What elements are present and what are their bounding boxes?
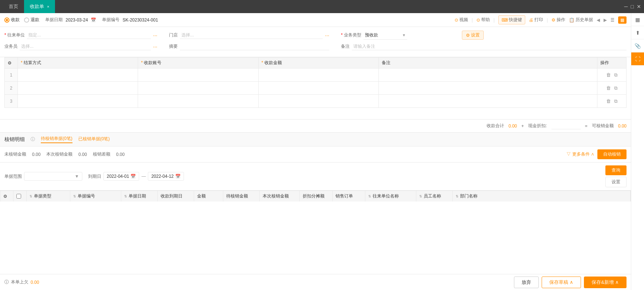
remarks-input-2[interactable] — [379, 82, 597, 94]
more-conditions-btn[interactable]: ▽ 更多条件 ∧ — [566, 151, 594, 157]
amount-input-3[interactable] — [259, 95, 378, 107]
settle-method-cell-3[interactable] — [18, 95, 138, 108]
summary-input[interactable] — [180, 43, 329, 50]
verify-settings-button[interactable]: 设置 — [605, 177, 627, 187]
save-new-button[interactable]: 保存&新增 ∧ — [584, 277, 627, 288]
tab-receipt[interactable]: 收款单 × — [24, 0, 55, 13]
sidebar-attach-btn[interactable]: 📎 — [631, 39, 644, 52]
history-btn[interactable]: 📋 历史单据 — [569, 17, 593, 23]
remarks-cell-2[interactable] — [379, 82, 597, 95]
th-account: * 收款账号 — [138, 58, 258, 68]
delete-row-1-btn[interactable]: 🗑 — [606, 72, 611, 78]
nav-next[interactable]: ▶ — [604, 17, 607, 23]
view-list-icon[interactable]: ☰ — [610, 17, 614, 23]
bth-current-verify: 本次核销金额 — [260, 191, 300, 201]
amount-input-2[interactable] — [259, 82, 378, 94]
date-end-value: 2022-04-12 — [151, 174, 173, 179]
staff-input[interactable] — [20, 43, 151, 50]
amount-cell-3[interactable] — [258, 95, 378, 108]
radio-receipt[interactable]: 收款 — [4, 17, 20, 23]
remarks-input-1[interactable] — [379, 68, 597, 81]
range-select[interactable]: ▼ — [24, 172, 82, 181]
amount-input-1[interactable] — [259, 68, 378, 81]
account-input-3[interactable] — [138, 95, 258, 107]
account-input-2[interactable] — [138, 82, 258, 94]
print-btn[interactable]: 🖨 打印 — [529, 17, 543, 23]
account-cell-2[interactable] — [138, 82, 258, 95]
bth-settings[interactable]: ⚙ — [0, 191, 13, 201]
sidebar-expand-btn[interactable]: ⛶ — [631, 52, 644, 66]
bth-checkbox[interactable] — [13, 191, 27, 201]
sidebar-table-btn[interactable]: ▦ — [631, 13, 644, 26]
result-label: 可核销金额 — [592, 123, 614, 129]
store-field: 门店 ··· — [169, 31, 329, 39]
delete-row-3-btn[interactable]: 🗑 — [606, 98, 611, 104]
nav-prev[interactable]: ◀ — [597, 17, 600, 23]
query-button[interactable]: 查询 — [605, 165, 627, 175]
settle-method-input-1[interactable] — [18, 68, 138, 81]
total-label: 收款合计 — [487, 123, 504, 129]
settle-method-cell-1[interactable] — [18, 68, 138, 82]
video-btn[interactable]: ⊙ 视频 — [455, 17, 468, 23]
settings-button[interactable]: ⚙ 设置 — [462, 31, 484, 40]
save-draft-button[interactable]: 保存草稿 ∧ — [542, 277, 581, 288]
radio-refund[interactable]: 退款 — [24, 17, 39, 23]
shortcut-icon: ⌨ — [502, 17, 508, 23]
tab-close-icon[interactable]: × — [47, 4, 49, 9]
maximize-btn[interactable]: □ — [631, 4, 634, 9]
tab-verified[interactable]: 已核销单据(0笔) — [78, 136, 110, 143]
remarks-input-3[interactable] — [379, 95, 597, 107]
settings-gear-icon: ⚙ — [466, 33, 470, 38]
date-start-input[interactable]: 2022-04-01 📅 — [103, 172, 139, 181]
staff-more-icon[interactable]: ··· — [153, 44, 157, 50]
save-new-label: 保存&新增 — [592, 279, 614, 286]
date-calendar-icon[interactable]: 📅 — [91, 17, 96, 23]
counterpart-more-icon[interactable]: ··· — [153, 32, 157, 38]
account-cell-3[interactable] — [138, 95, 258, 108]
info-icon-bottom: ⓘ — [4, 279, 9, 285]
remarks-cell-1[interactable] — [379, 68, 597, 82]
store-input[interactable] — [180, 31, 323, 39]
amount-cell-2[interactable] — [258, 82, 378, 95]
discount-input[interactable] — [551, 122, 581, 129]
copy-row-1-btn[interactable]: ⧉ — [614, 72, 617, 78]
shortcut-btn[interactable]: ⌨ 快捷键 — [498, 15, 525, 24]
settle-method-cell-2[interactable] — [18, 82, 138, 95]
amount-cell-1[interactable] — [258, 68, 378, 82]
tab-home[interactable]: 首页 — [3, 0, 24, 13]
minimize-btn[interactable]: ─ — [624, 4, 628, 9]
view-grid-icon[interactable]: ▦ — [618, 16, 627, 24]
doc-number-field: 单据编号 SK-20230324-001 — [102, 17, 158, 23]
auto-verify-button[interactable]: 自动核销 — [597, 149, 627, 159]
plus-sign: + — [521, 124, 524, 129]
delete-row-2-btn[interactable]: 🗑 — [606, 85, 611, 91]
account-cell-1[interactable] — [138, 68, 258, 82]
th-settings[interactable]: ⚙ — [5, 58, 18, 68]
remarks-cell-3[interactable] — [379, 95, 597, 108]
date-label: 到期日 — [88, 173, 101, 180]
copy-row-3-btn[interactable]: ⧉ — [614, 98, 617, 104]
staff-label: 业务员 — [4, 43, 17, 50]
copy-row-2-btn[interactable]: ⧉ — [614, 85, 617, 91]
verify-right-btns: ▽ 更多条件 ∧ 自动核销 — [566, 149, 627, 159]
discard-button[interactable]: 放弃 — [514, 277, 539, 288]
settle-method-input-3[interactable] — [18, 95, 138, 107]
date-filter: 到期日 2022-04-01 📅 — 2022-04-12 📅 — [88, 172, 184, 181]
close-btn[interactable]: ✕ — [637, 4, 641, 9]
counterpart-input[interactable] — [27, 31, 151, 39]
operation-btn[interactable]: ⚙ 操作 — [551, 17, 565, 23]
store-more-icon[interactable]: ··· — [325, 32, 329, 38]
th-remarks: 备注 — [379, 58, 597, 68]
select-all-checkbox[interactable] — [16, 194, 21, 199]
bth-number: ⇅ 单据编号 — [70, 191, 121, 201]
date-end-input[interactable]: 2022-04-12 📅 — [148, 172, 184, 181]
verify-stats-area: 未核销金额 0.00 本次核销金额 0.00 核销差额 0.00 ▽ 更多条件 … — [0, 146, 631, 162]
sidebar-import-btn[interactable]: ⬆ — [631, 26, 644, 39]
help-btn[interactable]: ⊙ 帮助 — [476, 17, 490, 23]
remarks-input[interactable] — [352, 43, 627, 50]
account-input-1[interactable] — [138, 68, 258, 81]
business-type-select[interactable]: 预收款 ▼ — [364, 31, 407, 40]
settle-method-input-2[interactable] — [18, 82, 138, 94]
bottom-info-label: 本单上欠 — [11, 279, 28, 285]
tab-pending-verify[interactable]: 待核销单据(0笔) — [41, 136, 72, 143]
